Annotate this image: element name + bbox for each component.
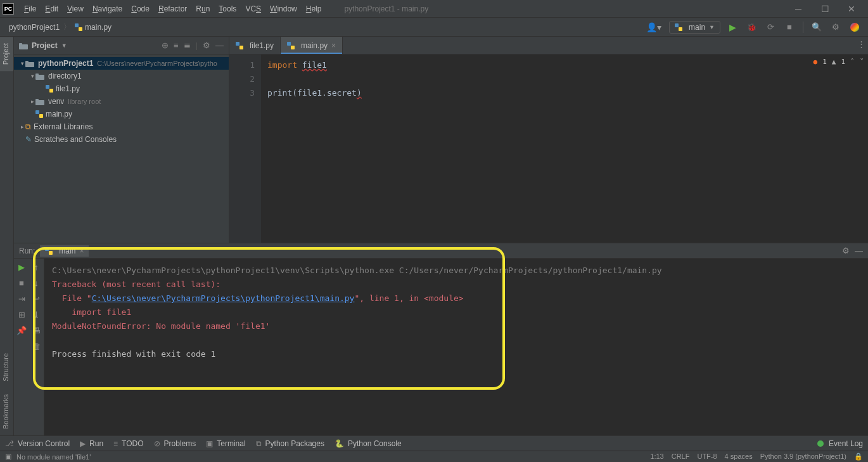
menu-help[interactable]: Help [302,3,326,15]
tab-label: file1.py [250,41,274,50]
status-encoding[interactable]: UTF-8 [697,452,717,461]
tree-directory1[interactable]: ▾ directory1 [14,70,229,82]
coverage-button[interactable]: ⟳ [763,20,777,34]
close-button[interactable]: ✕ [843,4,860,14]
menu-view[interactable]: View [63,3,87,15]
tree-scratches[interactable]: ✎ Scratches and Consoles [14,133,229,146]
project-tree[interactable]: ▾ pythonProject1 C:\Users\never\PycharmP… [14,55,229,243]
chevron-down-icon[interactable]: ˅ [860,57,864,67]
status-tool-window-icon[interactable]: ▣ [5,452,11,461]
project-panel-title[interactable]: Project [32,41,58,50]
exit-icon[interactable]: ⇥ [18,294,25,304]
warning-indicator-icon[interactable]: ▲ [832,58,836,66]
debug-button[interactable]: 🐞 [744,20,758,34]
error-indicator-icon[interactable]: ● [814,58,818,66]
hide-panel-icon[interactable]: — [215,41,224,50]
stop-icon[interactable]: ■ [19,278,24,288]
structure-tool-tab[interactable]: Structure [0,347,13,388]
code-with-me-icon[interactable]: 👤▾ [644,22,664,32]
chevron-down-icon: ▼ [709,24,715,30]
ide-update-icon[interactable] [848,20,862,34]
run-tab[interactable]: ▶Run [80,439,103,448]
status-caret-position[interactable]: 1:13 [650,452,663,461]
menu-window[interactable]: Window [266,3,301,15]
run-panel-label: Run: [19,247,35,255]
project-tool-tab[interactable]: Project [0,37,13,71]
tree-external-libraries[interactable]: ▸ ⧉ External Libraries [14,120,229,133]
inspection-stripe[interactable]: ●1 ▲1 ˄ ˅ [814,57,865,67]
chevron-up-icon[interactable]: ˄ [850,57,855,67]
chevron-down-icon[interactable]: ▼ [61,42,67,49]
python-file-icon [287,42,295,49]
stop-button[interactable]: ■ [782,20,796,34]
status-line-separator[interactable]: CRLF [672,452,690,461]
run-button[interactable]: ▶ [725,20,739,34]
up-stack-icon[interactable]: ↑ [34,262,39,272]
run-tool-window: Run: main × ⚙ — ▶ ■ ⇥ ⊞ 📌 [14,243,868,435]
panel-options-icon[interactable]: ⚙ [203,41,210,50]
traceback-file-link[interactable]: C:\Users\never\PycharmProjects\pythonPro… [92,293,355,303]
minimize-button[interactable]: ─ [789,4,807,14]
tree-file1[interactable]: file1.py [14,82,229,95]
menu-file[interactable]: File [20,3,40,15]
close-tab-icon[interactable]: × [331,41,336,50]
todo-tab[interactable]: ≡TODO [113,439,143,448]
readonly-lock-icon[interactable]: 🔒 [854,452,863,461]
menu-vcs[interactable]: VCS [241,3,265,15]
tab-label: main.py [301,41,328,50]
code-area[interactable]: import file1 print(file1.secret) [261,55,868,243]
scroll-end-icon[interactable]: ⤓ [33,310,40,319]
editor-body[interactable]: 1 2 3 import file1 print(file1.secret) ●… [229,55,868,243]
console-output[interactable]: C:\Users\never\PycharmProjects\pythonPro… [44,259,868,435]
editor-tab-file1[interactable]: file1.py [229,37,281,54]
editor-tab-main[interactable]: main.py × [281,37,343,54]
breadcrumb-project[interactable]: pythonProject1 [6,22,62,33]
breadcrumb-sep: 〉 [63,22,71,32]
select-opened-file-icon[interactable]: ⊕ [162,41,169,50]
pin-icon[interactable]: 📌 [16,326,27,335]
problems-tab[interactable]: ⊘Problems [154,439,196,448]
maximize-button[interactable]: ☐ [816,4,834,14]
editor-panel: file1.py main.py × ⋮ 1 2 3 [229,37,868,243]
breadcrumb-file[interactable]: main.py [72,22,114,33]
down-stack-icon[interactable]: ↓ [34,278,39,288]
terminal-tab[interactable]: ▣Terminal [206,439,245,448]
editor-options-icon[interactable]: ⋮ [854,37,868,51]
search-everywhere-icon[interactable]: 🔍 [810,20,824,34]
status-interpreter[interactable]: Python 3.9 (pythonProject1) [760,452,846,461]
event-log-tab[interactable]: Event Log [829,439,863,448]
editor-tabs: file1.py main.py × ⋮ [229,37,868,55]
expand-all-icon[interactable]: ≡ [174,41,179,50]
layout-icon[interactable]: ⊞ [18,310,25,319]
clear-icon[interactable]: 🗑 [32,342,41,351]
print-icon[interactable]: 🖶 [32,326,41,335]
menu-code[interactable]: Code [127,3,153,15]
menu-edit[interactable]: Edit [41,3,62,15]
status-indent[interactable]: 4 spaces [725,452,753,461]
bookmarks-tool-tab[interactable]: Bookmarks [0,388,13,435]
menu-tools[interactable]: Tools [215,3,240,15]
version-control-tab[interactable]: ⎇Version Control [5,439,70,448]
menu-navigate[interactable]: Navigate [89,3,126,15]
run-tab-main[interactable]: main × [40,245,89,257]
menu-refactor[interactable]: Refactor [155,3,191,15]
settings-icon[interactable]: ⚙ [829,20,843,34]
main-menu: File Edit View Navigate Code Refactor Ru… [20,3,325,15]
collapse-all-icon[interactable]: ≣ [184,41,191,50]
hide-panel-icon[interactable]: — [855,246,863,255]
editor-gutter: 1 2 3 [229,55,261,243]
run-config-selector[interactable]: main ▼ [669,21,720,34]
tree-mainpy[interactable]: main.py [14,108,229,120]
python-icon [45,247,53,255]
soft-wrap-icon[interactable]: ↩ [33,294,40,304]
status-bar: ▣ No module named 'file1' 1:13 CRLF UTF-… [0,451,868,462]
menu-run[interactable]: Run [192,3,214,15]
run-panel-options-icon[interactable]: ⚙ [842,246,850,255]
tree-venv[interactable]: ▸ venv library root [14,95,229,108]
rerun-icon[interactable]: ▶ [18,262,25,272]
python-packages-tab[interactable]: ⧉Python Packages [256,439,324,448]
python-console-tab[interactable]: 🐍Python Console [335,439,402,448]
status-message: No module named 'file1' [16,453,91,461]
tree-root[interactable]: ▾ pythonProject1 C:\Users\never\PycharmP… [14,57,229,70]
close-tab-icon[interactable]: × [79,247,84,255]
